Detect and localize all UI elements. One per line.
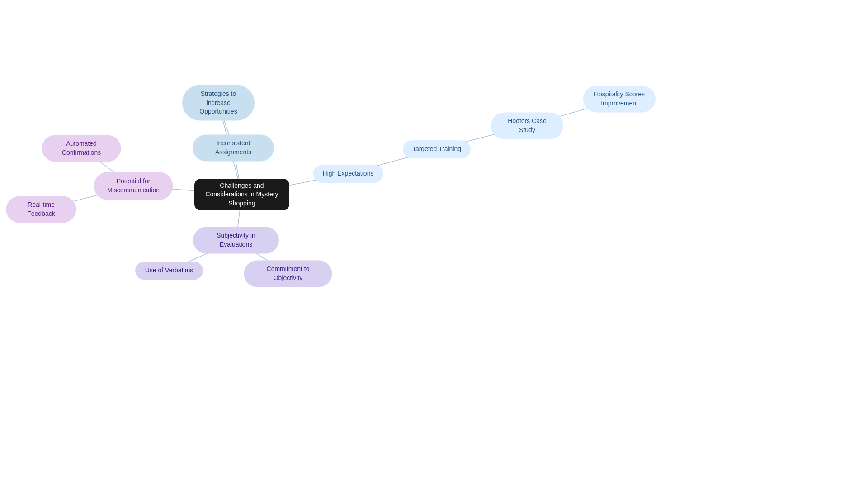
hospitality-scores-node[interactable]: Hospitality Scores Improvement	[583, 86, 656, 112]
targeted-training-node[interactable]: Targeted Training	[403, 140, 471, 158]
center-node[interactable]: Challenges and Considerations in Mystery…	[194, 179, 289, 210]
inconsistent-node[interactable]: Inconsistent Assignments	[193, 134, 274, 161]
use-verbatims-node[interactable]: Use of Verbatims	[135, 262, 203, 280]
automated-conf-node[interactable]: Automated Confirmations	[42, 135, 121, 162]
strategies-node[interactable]: Strategies to Increase Opportunities	[182, 85, 255, 121]
hooters-case-node[interactable]: Hooters Case Study	[491, 112, 563, 139]
commitment-objectivity-node[interactable]: Commitment to Objectivity	[244, 260, 332, 287]
subjectivity-node[interactable]: Subjectivity in Evaluations	[193, 227, 279, 253]
realtime-feedback-node[interactable]: Real-time Feedback	[6, 196, 76, 223]
potential-misc-node[interactable]: Potential for Miscommunication	[94, 172, 173, 200]
high-expectations-node[interactable]: High Expectations	[313, 165, 383, 183]
